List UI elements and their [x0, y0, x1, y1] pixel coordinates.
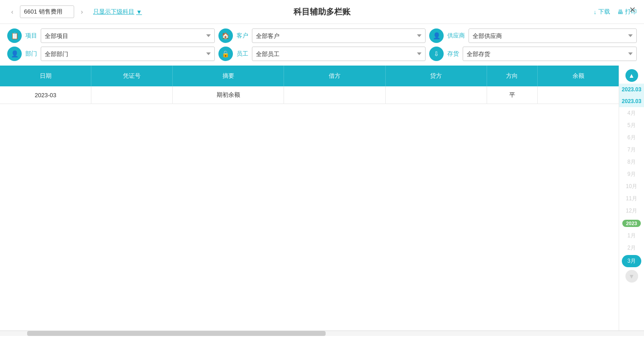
cell-date: 2023-03: [0, 86, 91, 104]
prev-button[interactable]: ‹: [7, 7, 17, 17]
cell-direction: 平: [487, 86, 537, 104]
supplier-select[interactable]: 全部供应商: [469, 28, 637, 43]
col-header-summary: 摘要: [172, 66, 284, 86]
inventory-label: 存货: [447, 50, 459, 58]
project-label: 项目: [25, 32, 37, 40]
dept-icon: 👤: [7, 47, 22, 61]
table-header-row: 日期 凭证号 摘要 借方 贷方 方向 余额: [0, 66, 619, 86]
print-icon: 🖶: [617, 9, 623, 15]
supplier-label: 供应商: [447, 32, 465, 40]
download-label: 下载: [598, 8, 610, 16]
employee-select[interactable]: 全部员工: [252, 47, 426, 61]
customer-icon: 🏠: [218, 28, 233, 43]
main-content: 日期 凭证号 摘要 借方 贷方 方向 余额 2023-03期初余额平 ▲: [0, 66, 644, 331]
customer-filter: 🏠 客户 全部客户: [218, 28, 426, 43]
next-button[interactable]: ›: [77, 7, 87, 17]
filters-area: 📋 项目 全部项目 🏠 客户 全部客户 👤 供应商 全部供应商 👤 部门 全: [0, 24, 644, 66]
table-row: 2023-03期初余额平: [0, 86, 619, 104]
supplier-icon: 👤: [429, 28, 444, 43]
month-4[interactable]: 4月: [619, 107, 644, 119]
right-month-panel: ▲ 2023.03 2023.03 4月 5月 6月 7月 8月 9月 10月 …: [619, 66, 644, 331]
close-button[interactable]: ✕: [626, 4, 639, 16]
month-12[interactable]: 12月: [619, 205, 644, 217]
col-header-credit: 贷方: [385, 66, 487, 86]
account-code[interactable]: 6601 销售费用: [20, 5, 74, 18]
cell-debit: [284, 86, 385, 104]
dept-label: 部门: [25, 50, 37, 58]
dept-filter: 👤 部门 全部部门: [7, 47, 215, 61]
show-sub-label: 只显示下级科目: [93, 8, 134, 16]
project-filter: 📋 项目 全部项目: [7, 28, 215, 43]
month-10[interactable]: 10月: [619, 180, 644, 193]
header: ‹ 6601 销售费用 › 只显示下级科目 ▼ 科目辅助多栏账 ↓ 下载 🖶 打…: [0, 0, 644, 24]
month-1[interactable]: 1月: [619, 230, 644, 242]
month-3-active[interactable]: 3月: [622, 255, 641, 267]
page-title: 科目辅助多栏账: [294, 6, 350, 17]
customer-select[interactable]: 全部客户: [252, 28, 426, 43]
scroll-up-button[interactable]: ▲: [625, 69, 638, 82]
col-header-date: 日期: [0, 66, 91, 86]
inventory-filter: ⇩ 存货 全部存货: [429, 47, 637, 61]
chevron-down-icon: ▼: [136, 9, 142, 15]
project-icon: 📋: [7, 28, 22, 43]
show-sub-toggle[interactable]: 只显示下级科目 ▼: [93, 8, 142, 16]
month-2023-03-top2[interactable]: 2023.03: [619, 95, 644, 107]
month-7[interactable]: 7月: [619, 144, 644, 156]
col-header-debit: 借方: [284, 66, 385, 86]
month-8[interactable]: 8月: [619, 156, 644, 168]
cell-balance: [538, 86, 619, 104]
employee-label: 员工: [237, 50, 248, 58]
col-header-voucher: 凭证号: [91, 66, 172, 86]
year-badge: 2023: [622, 220, 640, 227]
supplier-filter: 👤 供应商 全部供应商: [429, 28, 637, 43]
download-icon: ↓: [594, 9, 597, 15]
month-2023-03-top1[interactable]: 2023.03: [619, 84, 644, 95]
employee-icon: 🔒: [218, 47, 233, 61]
scroll-down-button[interactable]: ▼: [625, 270, 638, 283]
customer-label: 客户: [237, 32, 248, 40]
download-button[interactable]: ↓ 下载: [594, 8, 611, 16]
inventory-select[interactable]: 全部存货: [463, 47, 637, 61]
horizontal-scrollbar[interactable]: [0, 331, 644, 336]
cell-summary: 期初余额: [172, 86, 284, 104]
month-6[interactable]: 6月: [619, 132, 644, 144]
col-header-balance: 余额: [538, 66, 619, 86]
month-5[interactable]: 5月: [619, 119, 644, 132]
data-table: 日期 凭证号 摘要 借方 贷方 方向 余额 2023-03期初余额平: [0, 66, 619, 104]
cell-credit: [385, 86, 487, 104]
inventory-icon: ⇩: [429, 47, 444, 61]
month-11[interactable]: 11月: [619, 193, 644, 205]
project-select[interactable]: 全部项目: [41, 28, 215, 43]
col-header-direction: 方向: [487, 66, 537, 86]
month-2[interactable]: 2月: [619, 242, 644, 254]
employee-filter: 🔒 员工 全部员工: [218, 47, 426, 61]
cell-voucher: [91, 86, 172, 104]
dept-select[interactable]: 全部部门: [41, 47, 215, 61]
month-9[interactable]: 9月: [619, 168, 644, 180]
table-area: 日期 凭证号 摘要 借方 贷方 方向 余额 2023-03期初余额平: [0, 66, 619, 331]
nav-area: ‹ 6601 销售费用 › 只显示下级科目 ▼: [7, 5, 142, 18]
